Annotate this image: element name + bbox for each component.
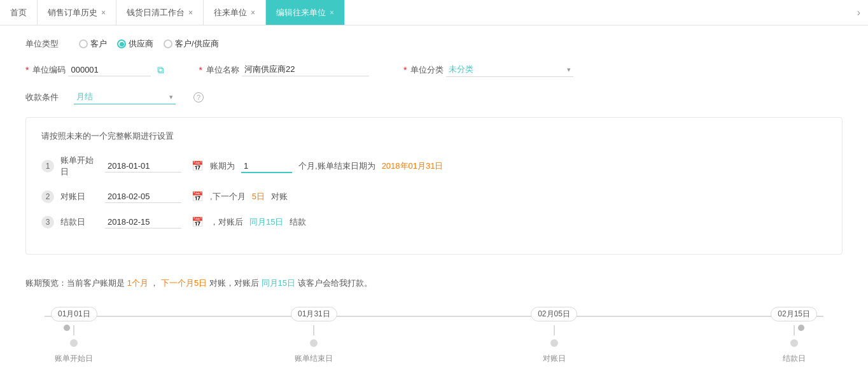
reconcile-suffix-post: 对账: [271, 191, 288, 202]
tab-home-label: 首页: [10, 7, 27, 18]
timeline-dot-0: [70, 339, 78, 347]
timeline-items: 01月01日 账单开始日 01月31日 账单结束日 02月05日 对账日 02月…: [45, 307, 823, 364]
unit-code-copy-icon[interactable]: ⧉: [157, 64, 164, 76]
radio-supplier-circle: [117, 39, 126, 48]
tab-cash-work-label: 钱货日清工作台: [127, 7, 185, 18]
unit-info-row: * 单位编码 ⧉ * 单位名称 * 单位分类 未分类 ▾: [25, 62, 843, 77]
unit-name-group: * 单位名称: [199, 64, 368, 76]
period-end-date: 2018年01月31日: [382, 160, 444, 172]
timeline-date-0: 01月01日: [51, 307, 97, 321]
period-label: 账期为: [210, 160, 235, 172]
period-row-2-num: 2: [41, 190, 54, 203]
unit-category-select[interactable]: 未分类 ▾: [446, 62, 573, 77]
payment-suffix-pre: ，对账后: [210, 216, 243, 228]
radio-customer[interactable]: 客户: [79, 38, 107, 50]
payment-terms-select[interactable]: 月结 ▾: [74, 90, 176, 104]
period-num-input[interactable]: [241, 160, 292, 173]
period-start-date-input[interactable]: [105, 160, 181, 172]
tab-sales-history-close[interactable]: ×: [101, 8, 106, 17]
period-row-2-label: 对账日: [60, 191, 99, 202]
tab-home[interactable]: 首页: [0, 0, 38, 25]
radio-both-circle: [164, 39, 172, 48]
timeline-item-1: 01月31日 账单结束日: [291, 307, 337, 364]
tab-partner-list-label: 往来单位: [214, 7, 247, 18]
preview-part3: 同月15日: [262, 278, 295, 288]
tab-cash-work[interactable]: 钱货日清工作台 ×: [116, 0, 204, 25]
unit-category-value: 未分类: [449, 64, 563, 75]
preview-part2: 下一个月5日: [161, 278, 207, 288]
timeline-label-1: 账单结束日: [295, 353, 333, 364]
timeline-date-3: 02月15日: [771, 307, 817, 321]
payment-day-highlight: 同月15日: [249, 216, 283, 228]
radio-customer-circle: [79, 39, 88, 48]
timeline-date-1: 01月31日: [291, 307, 337, 321]
tab-edit-partner[interactable]: 编辑往来单位 ×: [266, 0, 345, 25]
timeline-label-3: 结款日: [783, 353, 806, 364]
radio-both[interactable]: 客户/供应商: [164, 38, 219, 50]
period-start-cal-icon[interactable]: 📅: [192, 160, 204, 172]
timeline-connector-1: [313, 325, 314, 335]
unit-name-input[interactable]: [242, 64, 369, 76]
timeline-section: 01月01日 账单开始日 01月31日 账单结束日 02月05日 对账日 02月…: [25, 294, 843, 370]
preview-label: 账期预览：当前客户账期是: [25, 278, 125, 288]
timeline-end-dot: [798, 325, 804, 331]
reconcile-cal-icon[interactable]: 📅: [192, 191, 204, 202]
tab-edit-partner-close[interactable]: ×: [330, 8, 334, 17]
tab-more-button[interactable]: ›: [850, 0, 868, 25]
timeline-item-2: 02月05日 对账日: [531, 307, 577, 364]
reconcile-date-input[interactable]: [105, 190, 181, 203]
radio-supplier-label: 供应商: [129, 38, 153, 50]
unit-name-label: 单位名称: [206, 64, 239, 76]
period-suffix: 个月,账单结束日期为: [298, 160, 375, 172]
timeline-dot-3: [790, 339, 798, 347]
period-row-3: 3 结款日 📅 ，对账后 同月15日 结款: [41, 216, 827, 229]
unit-category-star: *: [403, 65, 407, 75]
radio-customer-label: 客户: [90, 38, 107, 50]
payment-date-input[interactable]: [105, 216, 181, 229]
payment-terms-arrow-icon: ▾: [169, 93, 173, 101]
timeline-dot-1: [310, 339, 318, 347]
preview-section: 账期预览：当前客户账期是 1个月 ， 下一个月5日 对账，对账后 同月15日 该…: [25, 267, 843, 294]
radio-both-label: 客户/供应商: [175, 38, 219, 50]
payment-terms-row: 收款条件 月结 ▾ ?: [25, 90, 843, 104]
period-box-title: 请按照未来的一个完整帐期进行设置: [41, 130, 827, 142]
timeline-date-2: 02月05日: [531, 307, 577, 321]
timeline-start-dot: [64, 325, 70, 331]
payment-cal-icon[interactable]: 📅: [192, 216, 204, 228]
tab-cash-work-close[interactable]: ×: [188, 8, 193, 17]
unit-name-star: *: [199, 65, 202, 75]
preview-mid1: ，: [150, 278, 158, 288]
unit-category-label: 单位分类: [410, 64, 444, 76]
preview-part1: 1个月: [127, 278, 148, 288]
unit-code-input[interactable]: [68, 64, 151, 76]
tab-bar: 首页 销售订单历史 × 钱货日清工作台 × 往来单位 × 编辑往来单位 × ›: [0, 0, 868, 25]
payment-suffix-post: 结款: [290, 216, 306, 228]
period-row-3-label: 结款日: [60, 216, 99, 228]
preview-post: 该客户会给我打款。: [298, 278, 372, 288]
unit-code-label: 单位编码: [32, 64, 66, 76]
payment-terms-label: 收款条件: [25, 92, 59, 103]
payment-terms-value: 月结: [76, 91, 165, 102]
unit-category-group: * 单位分类 未分类 ▾: [403, 62, 573, 77]
main-content: 单位类型 客户 供应商 客户/供应商 * 单位编码 ⧉ * 单位名称: [0, 25, 868, 387]
tab-sales-history-label: 销售订单历史: [48, 7, 97, 18]
period-row-3-num: 3: [41, 216, 54, 229]
timeline-label-0: 账单开始日: [55, 353, 93, 364]
radio-supplier[interactable]: 供应商: [117, 38, 153, 50]
period-row-1-num: 1: [41, 160, 54, 172]
period-row-2: 2 对账日 📅 ,下一个月 5日 对账: [41, 190, 827, 203]
payment-terms-help-icon[interactable]: ?: [193, 92, 204, 102]
timeline-connector-2: [554, 325, 555, 335]
unit-type-row: 单位类型 客户 供应商 客户/供应商: [25, 38, 843, 50]
tab-partner-list-close[interactable]: ×: [251, 8, 255, 17]
period-row-1: 1 账单开始日 📅 账期为 个月,账单结束日期为 2018年01月31日: [41, 155, 827, 178]
timeline-label-2: 对账日: [543, 353, 566, 364]
reconcile-day-highlight: 5日: [252, 191, 265, 202]
timeline-item-3: 02月15日 结款日: [771, 307, 817, 364]
timeline-connector-3: [794, 325, 795, 335]
unit-code-group: * 单位编码 ⧉: [25, 64, 164, 76]
tab-sales-history[interactable]: 销售订单历史 ×: [38, 0, 116, 25]
tab-partner-list[interactable]: 往来单位 ×: [204, 0, 266, 25]
tab-edit-partner-label: 编辑往来单位: [276, 7, 326, 18]
period-setting-box: 请按照未来的一个完整帐期进行设置 1 账单开始日 📅 账期为 个月,账单结束日期…: [25, 117, 843, 255]
